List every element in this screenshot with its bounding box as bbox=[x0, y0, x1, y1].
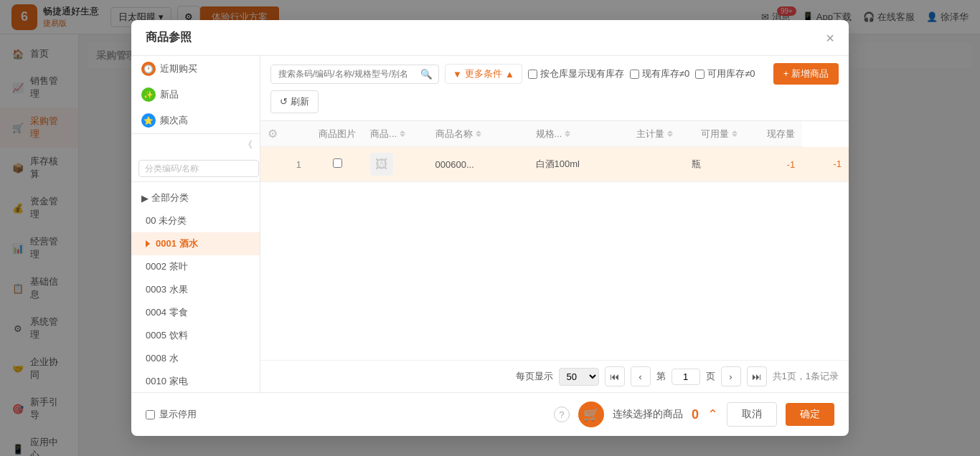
cart-area: ? 🛒 连续选择的商品 0 ⌃ bbox=[554, 402, 718, 427]
table-row[interactable]: 1 🖼 000600... 白酒100ml 瓶 -1 -1 bbox=[260, 147, 849, 182]
cart-text: 连续选择的商品 bbox=[613, 408, 683, 421]
td-spec bbox=[629, 147, 684, 182]
cat-all[interactable]: ▶ 全部分类 bbox=[131, 186, 260, 209]
cart-icon[interactable]: 🛒 bbox=[578, 402, 604, 427]
per-page-select[interactable]: 50 10 20 100 bbox=[559, 368, 599, 386]
search-icon: 🔍 bbox=[420, 69, 433, 80]
collapse-button[interactable]: 《 bbox=[131, 134, 260, 156]
display-disabled-label[interactable]: 显示停用 bbox=[146, 408, 197, 421]
th-settings[interactable]: ⚙ bbox=[260, 121, 286, 147]
expand-icon bbox=[146, 240, 150, 247]
collapse-cart-button[interactable]: ⌃ bbox=[707, 407, 718, 422]
th-code[interactable]: 商品... bbox=[363, 121, 428, 147]
cat-beverage[interactable]: 0005 饮料 bbox=[131, 324, 260, 347]
category-search: 🔍 bbox=[131, 156, 260, 182]
td-stock: -1 bbox=[802, 147, 849, 182]
cart-count: 0 bbox=[692, 407, 699, 422]
row-checkbox[interactable] bbox=[333, 158, 342, 168]
filter-stock-neq0-label[interactable]: 现有库存≠0 bbox=[630, 67, 689, 80]
confirm-button[interactable]: 确定 bbox=[786, 403, 834, 426]
more-filter-button[interactable]: ▼ 更多条件 ▲ bbox=[445, 64, 522, 84]
filter-bar: 🔍 ▼ 更多条件 ▲ 按仓库显示现有库存 现有库存≠0 bbox=[260, 56, 849, 121]
table-body: 1 🖼 000600... 白酒100ml 瓶 -1 -1 bbox=[260, 147, 849, 182]
td-avail: -1 bbox=[745, 147, 802, 182]
filter-stock-neq0-checkbox[interactable] bbox=[630, 70, 639, 79]
expand-all-icon: ▶ bbox=[141, 193, 149, 204]
help-icon[interactable]: ? bbox=[554, 407, 570, 422]
last-page-button[interactable]: ⏭ bbox=[747, 366, 767, 386]
new-icon: ✨ bbox=[141, 87, 156, 102]
td-num: 1 bbox=[286, 147, 311, 182]
th-spec[interactable]: 规格... bbox=[529, 121, 629, 147]
per-page-label: 每页显示 bbox=[516, 370, 553, 383]
cat-liquor[interactable]: 0001 酒水 bbox=[131, 232, 260, 255]
product-table-wrap: ⚙ 商品图片 商品... bbox=[260, 121, 849, 360]
recent-icon: 🕐 bbox=[141, 62, 156, 76]
td-checkbox[interactable] bbox=[311, 147, 363, 182]
td-image: 🖼 bbox=[363, 147, 428, 182]
prev-page-button[interactable]: ‹ bbox=[631, 366, 651, 386]
new-label: 新品 bbox=[160, 88, 179, 101]
cat-snack[interactable]: 0004 零食 bbox=[131, 301, 260, 324]
td-code: 000600... bbox=[428, 147, 529, 182]
category-search-input[interactable] bbox=[138, 160, 259, 177]
quick-category-list: 🕐 近期购买 ✨ 新品 ⭐ 频次高 bbox=[131, 56, 260, 134]
modal-header: 商品参照 × bbox=[131, 20, 849, 56]
category-tree: ▶ 全部分类 00 未分类 0001 酒水 0002 茶叶 0003 水果 bbox=[131, 182, 260, 392]
collapse-icon: 《 bbox=[243, 138, 253, 151]
th-checkbox bbox=[286, 121, 311, 147]
product-table: ⚙ 商品图片 商品... bbox=[260, 121, 849, 182]
cat-water[interactable]: 0008 水 bbox=[131, 347, 260, 370]
category-panel: 🕐 近期购买 ✨ 新品 ⭐ 频次高 《 bbox=[131, 56, 260, 392]
product-search-button[interactable]: 🔍 bbox=[415, 65, 438, 83]
add-product-button[interactable]: + 新增商品 bbox=[773, 63, 839, 85]
recent-label: 近期购买 bbox=[160, 62, 197, 75]
modal-close-button[interactable]: × bbox=[826, 31, 834, 45]
td-unit: 瓶 bbox=[684, 147, 745, 182]
pagination-bar: 每页显示 50 10 20 100 ⏮ ‹ 第 页 › ⏭ 共1页，1条记录 bbox=[260, 360, 849, 392]
th-unit[interactable]: 主计量 bbox=[629, 121, 684, 147]
chevron-up-icon: ▲ bbox=[505, 69, 514, 80]
frequent-label: 频次高 bbox=[160, 114, 188, 127]
th-name[interactable]: 商品名称 bbox=[428, 121, 529, 147]
quick-cat-new[interactable]: ✨ 新品 bbox=[131, 82, 260, 108]
td-name: 白酒100ml bbox=[529, 147, 629, 182]
first-page-button[interactable]: ⏮ bbox=[605, 366, 625, 386]
td-settings bbox=[260, 147, 286, 182]
th-avail[interactable]: 可用量 bbox=[684, 121, 745, 147]
next-page-button[interactable]: › bbox=[721, 366, 741, 386]
quick-cat-recent[interactable]: 🕐 近期购买 bbox=[131, 56, 260, 82]
th-image: 商品图片 bbox=[311, 121, 363, 147]
product-search-wrap: 🔍 bbox=[270, 65, 439, 84]
table-header: ⚙ 商品图片 商品... bbox=[260, 121, 849, 147]
cat-uncategorized[interactable]: 00 未分类 bbox=[131, 209, 260, 232]
page-unit: 页 bbox=[706, 370, 715, 383]
modal-title: 商品参照 bbox=[146, 30, 192, 45]
modal-body: 🕐 近期购买 ✨ 新品 ⭐ 频次高 《 bbox=[131, 56, 849, 392]
filter-warehouse-checkbox[interactable] bbox=[528, 70, 537, 79]
filter-warehouse-label[interactable]: 按仓库显示现有库存 bbox=[528, 67, 624, 80]
product-panel: 🔍 ▼ 更多条件 ▲ 按仓库显示现有库存 现有库存≠0 bbox=[260, 56, 849, 392]
modal-footer: 显示停用 ? 🛒 连续选择的商品 0 ⌃ 取消 确定 bbox=[131, 392, 849, 436]
page-label: 第 bbox=[656, 370, 666, 383]
th-stock[interactable]: 现存量 bbox=[745, 121, 802, 147]
modal-overlay: 商品参照 × 🕐 近期购买 ✨ 新品 bbox=[0, 0, 980, 456]
filter-avail-neq0-checkbox[interactable] bbox=[695, 70, 705, 79]
product-thumbnail: 🖼 bbox=[370, 153, 393, 176]
cancel-button[interactable]: 取消 bbox=[727, 402, 777, 427]
frequent-icon: ⭐ bbox=[141, 113, 156, 128]
cat-appliance[interactable]: 0010 家电 bbox=[131, 370, 260, 392]
page-number-input[interactable] bbox=[672, 369, 700, 385]
cat-fruit[interactable]: 0003 水果 bbox=[131, 278, 260, 301]
filter-avail-neq0-label[interactable]: 可用库存≠0 bbox=[695, 67, 755, 80]
total-info: 共1页，1条记录 bbox=[773, 370, 839, 383]
product-reference-modal: 商品参照 × 🕐 近期购买 ✨ 新品 bbox=[131, 20, 849, 436]
cat-tea[interactable]: 0002 茶叶 bbox=[131, 255, 260, 278]
display-disabled-checkbox[interactable] bbox=[146, 410, 155, 419]
filter-icon: ▼ bbox=[453, 69, 462, 80]
quick-cat-frequent[interactable]: ⭐ 频次高 bbox=[131, 108, 260, 133]
refresh-button[interactable]: ↺ 刷新 bbox=[270, 90, 319, 113]
product-search-input[interactable] bbox=[271, 65, 415, 82]
